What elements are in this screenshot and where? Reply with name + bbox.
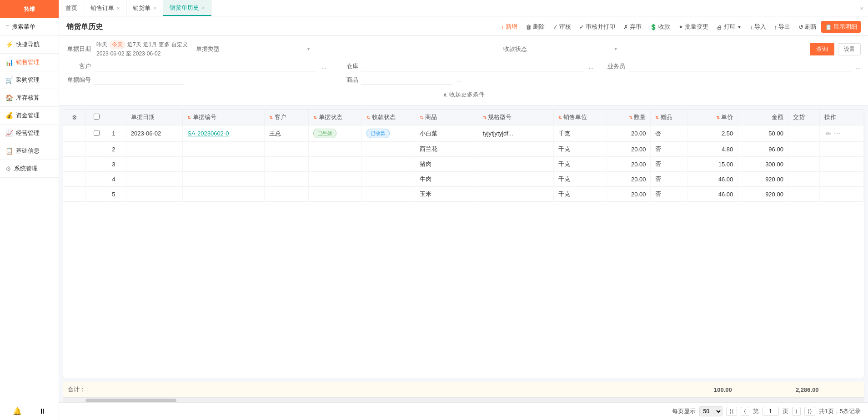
shortcut-yesterday[interactable]: 昨天 <box>96 41 107 49</box>
th-unit[interactable]: ⇅ 销售单位 <box>553 110 607 125</box>
th-check[interactable] <box>86 110 107 125</box>
td-gift: 否 <box>651 187 687 202</box>
goods-input[interactable] <box>361 75 452 85</box>
customer-ellipsis[interactable]: ... <box>321 63 326 70</box>
tab-sales-order[interactable]: 销售订单 × <box>84 0 126 16</box>
td-num <box>183 157 265 172</box>
doc-num-link[interactable]: SA-20230602-0 <box>187 130 229 137</box>
td-gear <box>63 125 86 142</box>
warehouse-input[interactable] <box>361 61 584 71</box>
horizontal-scrollbar[interactable] <box>63 398 864 402</box>
shortcut-custom[interactable]: 自定义 <box>171 41 188 49</box>
sidebar-item-label: 销售管理 <box>16 58 40 66</box>
delete-button[interactable]: 🗑 删除 <box>522 21 548 33</box>
edit-icon[interactable]: ✏ <box>826 130 831 137</box>
scrollbar-thumb[interactable] <box>85 399 176 402</box>
tab-sales-history[interactable]: 销货单历史 × <box>163 0 211 16</box>
more-icon[interactable]: ⋯ <box>834 130 840 137</box>
import-button[interactable]: ↓ 导入 <box>746 21 770 33</box>
collect-status-select[interactable]: ▼ <box>530 45 621 53</box>
td-transaction <box>788 172 819 187</box>
sidebar-item-sales-mgmt[interactable]: 📊 销售管理 <box>0 54 59 71</box>
chevron-down-icon2: ▼ <box>613 46 618 51</box>
warehouse-ellipsis[interactable]: ... <box>589 63 594 70</box>
salesperson-ellipsis[interactable]: ... <box>856 63 861 70</box>
th-doc-status[interactable]: ⇅ 单据状态 <box>309 110 362 125</box>
batch-change-button[interactable]: ✦ 批量变更 <box>675 21 712 33</box>
th-seq <box>107 110 126 125</box>
th-collect-status[interactable]: ⇅ 收款状态 <box>362 110 415 125</box>
row-checkbox[interactable] <box>94 130 100 136</box>
first-page-button[interactable]: ⟨⟨ <box>726 407 737 416</box>
per-page-select[interactable]: 50 10 20 100 <box>699 406 722 416</box>
prev-page-button[interactable]: ⟨ <box>741 407 749 416</box>
td-spec <box>478 187 553 202</box>
sidebar-item-operation[interactable]: 📈 经营管理 <box>0 125 59 142</box>
select-all-checkbox[interactable] <box>94 114 100 120</box>
tabs-bar: 首页 销售订单 × 销货单 × 销货单历史 × × <box>59 0 868 16</box>
tab-close-sales-goods[interactable]: × <box>153 5 156 11</box>
shortcut-7days[interactable]: 近7天 <box>127 41 141 49</box>
shortcut-1month[interactable]: 近1月 <box>143 41 157 49</box>
sidebar-item-system-mgmt[interactable]: ⚙ 系统管理 <box>0 160 59 178</box>
tab-close-sales-order[interactable]: × <box>117 5 120 11</box>
th-price[interactable]: ⇅ 单价 <box>687 110 738 125</box>
sidebar-item-inventory[interactable]: 🏠 库存核算 <box>0 89 59 107</box>
td-check[interactable] <box>86 125 107 142</box>
collapse-button[interactable]: ∧ 收起更多条件 <box>66 89 861 100</box>
pause-icon[interactable]: ⏸ <box>39 407 46 415</box>
close-all-tabs[interactable]: × <box>860 4 868 12</box>
export-button[interactable]: ↑ 导出 <box>771 21 794 33</box>
abandon-button[interactable]: ✗ 弃审 <box>620 21 645 33</box>
doc-status-badge: 已生效 <box>313 129 336 138</box>
collect-button[interactable]: 💲 收款 <box>646 21 674 33</box>
shortcut-today[interactable]: 今天 <box>109 40 125 49</box>
new-button[interactable]: + 新增 <box>497 21 522 33</box>
td-check[interactable] <box>86 172 107 187</box>
tab-home[interactable]: 首页 <box>59 0 84 16</box>
quick-nav-icon: ⚡ <box>5 41 13 48</box>
sidebar-item-purchase-mgmt[interactable]: 🛒 采购管理 <box>0 71 59 89</box>
th-goods[interactable]: ⇅ 商品 <box>415 110 478 125</box>
data-table: ⚙ 单据日期 ⇅ 单据编号 ⇅ 客户 ⇅ 单据状态 ⇅ 收款状态 ⇅ 商品 ⇅ … <box>63 110 864 202</box>
th-gear[interactable]: ⚙ <box>63 110 86 125</box>
goods-ellipsis[interactable]: ... <box>457 77 462 84</box>
refresh-button[interactable]: ↺ 刷新 <box>795 21 820 33</box>
docnum-input[interactable] <box>94 75 185 85</box>
audit-print-button[interactable]: ✓ 审核并打印 <box>576 21 619 33</box>
td-date: 2023-06-02 <box>126 125 183 142</box>
sidebar-item-search-menu[interactable]: ≡ 搜索菜单 <box>0 18 59 36</box>
audit-button[interactable]: ✓ 审核 <box>549 21 575 33</box>
print-button[interactable]: 🖨 打印 ▼ <box>713 21 745 33</box>
salesperson-input[interactable] <box>628 61 851 71</box>
tab-sales-goods[interactable]: 销货单 × <box>126 0 163 16</box>
th-num[interactable]: ⇅ 单据编号 <box>183 110 265 125</box>
td-check[interactable] <box>86 157 107 172</box>
shortcut-more[interactable]: 更多 <box>159 41 170 49</box>
next-page-button[interactable]: ⟩ <box>792 407 801 416</box>
query-button[interactable]: 查询 <box>810 43 834 55</box>
settings-button[interactable]: 设置 <box>838 43 861 55</box>
sort-collectstatus-icon: ⇅ <box>366 115 370 120</box>
show-detail-button[interactable]: 📋 显示明细 <box>821 21 861 33</box>
th-customer[interactable]: ⇅ 客户 <box>265 110 309 125</box>
sidebar-item-quick-nav[interactable]: ⚡ 快捷导航 <box>0 36 59 54</box>
doc-type-select[interactable]: ▼ <box>222 45 313 53</box>
td-check[interactable] <box>86 142 107 157</box>
td-check[interactable] <box>86 187 107 202</box>
sidebar-item-basic-info[interactable]: 📋 基础信息 <box>0 142 59 160</box>
sidebar-item-finance[interactable]: 💰 资金管理 <box>0 107 59 125</box>
per-page-label: 每页显示 <box>672 407 696 415</box>
last-page-button[interactable]: ⟩⟩ <box>804 407 815 416</box>
th-spec[interactable]: ⇅ 规格型号 <box>478 110 553 125</box>
notification-icon[interactable]: 🔔 <box>13 407 22 415</box>
th-date[interactable]: 单据日期 <box>126 110 183 125</box>
td-transaction <box>788 157 819 172</box>
th-qty[interactable]: ⇅ 数量 <box>607 110 651 125</box>
batch-change-icon: ✦ <box>678 24 683 30</box>
sort-num-icon: ⇅ <box>187 115 191 120</box>
th-gift[interactable]: ⇅ 赠品 <box>651 110 687 125</box>
customer-input[interactable] <box>94 61 317 71</box>
page-input[interactable] <box>763 407 779 416</box>
tab-close-sales-history[interactable]: × <box>202 5 205 10</box>
